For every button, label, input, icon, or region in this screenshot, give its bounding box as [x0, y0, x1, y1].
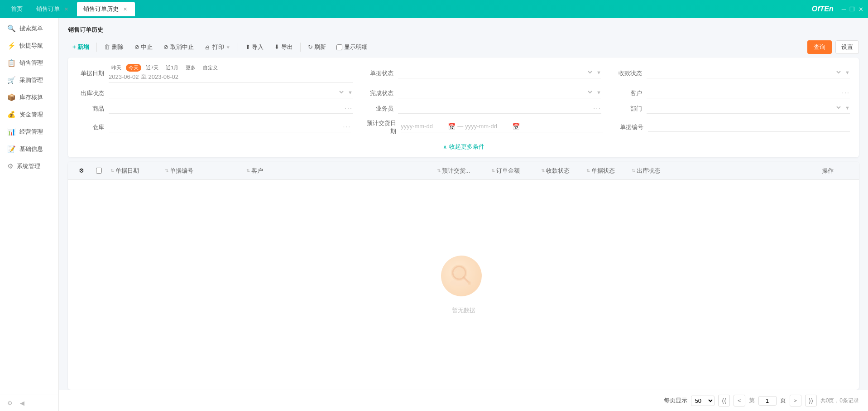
sidebar-item-basic[interactable]: 📝 基础信息: [0, 140, 58, 158]
collapse-row[interactable]: ∧ 收起更多条件: [77, 141, 850, 151]
th-settings[interactable]: ⚙: [72, 167, 91, 174]
warehouse-more-icon[interactable]: ···: [343, 123, 351, 130]
product-more-icon[interactable]: ···: [345, 104, 353, 111]
complete-dropdown-icon[interactable]: ▼: [596, 90, 601, 95]
inventory-icon: 📦: [7, 93, 16, 102]
sort-expected-icon[interactable]: ⇅: [437, 168, 441, 173]
settings-button[interactable]: 设置: [835, 40, 859, 54]
dept-select[interactable]: [647, 104, 842, 111]
content-area: 销售订单历史 + 新增 🗑 删除 ⊘ 中止 ⊘ 取消中止 🖨 打印 ▼: [59, 18, 868, 411]
table-settings-icon[interactable]: ⚙: [79, 167, 84, 174]
print-button[interactable]: 🖨 打印 ▼: [200, 41, 235, 53]
customer-input[interactable]: [647, 89, 839, 96]
payment-select[interactable]: [647, 68, 842, 76]
toolbar-sep1: [96, 43, 97, 52]
min-btn[interactable]: ─: [842, 6, 846, 13]
date-custom-btn[interactable]: 自定义: [200, 64, 221, 72]
delete-button[interactable]: 🗑 删除: [100, 41, 128, 53]
sort-amount-icon[interactable]: ⇅: [491, 168, 495, 173]
sidebar-item-system[interactable]: ⚙ 系统管理: [0, 158, 58, 175]
tab-sales-order-history[interactable]: 销售订单历史 ✕: [77, 2, 135, 16]
date-1month-btn[interactable]: 近1月: [163, 64, 181, 72]
date-7days-btn[interactable]: 近7天: [143, 64, 161, 72]
cancel-stop-button[interactable]: ⊘ 取消中止: [159, 41, 198, 53]
sort-outbound-icon[interactable]: ⇅: [632, 168, 635, 173]
refresh-button[interactable]: ↻ 刷新: [303, 41, 331, 53]
calendar-from-icon[interactable]: 📅: [448, 123, 456, 130]
date-more-btn[interactable]: 更多: [183, 64, 198, 72]
complete-label: 完成状态: [366, 89, 398, 97]
date-yesterday-btn[interactable]: 昨天: [109, 64, 124, 72]
docno-input[interactable]: [648, 123, 850, 130]
select-all-checkbox[interactable]: [96, 168, 102, 174]
table-header: ⚙ ⇅ 单据日期 ⇅ 单据编号 ⇅ 客户 ⇅: [68, 162, 859, 180]
sort-customer-icon[interactable]: ⇅: [246, 168, 250, 173]
last-page-btn[interactable]: ⟩⟩: [805, 395, 817, 406]
sort-date-icon[interactable]: ⇅: [110, 168, 114, 173]
expected-date-from[interactable]: [401, 123, 446, 130]
sidebar-item-quicknav[interactable]: ⚡ 快捷导航: [0, 37, 58, 54]
sidebar-item-operation[interactable]: 📊 经营管理: [0, 123, 58, 140]
salesperson-input[interactable]: [398, 104, 590, 111]
expected-date-field: 📅 — 📅: [401, 123, 603, 132]
product-input[interactable]: [109, 104, 342, 111]
page-header: 销售订单历史: [59, 18, 868, 39]
customer-label: 客户: [615, 89, 647, 97]
toolbar: + 新增 🗑 删除 ⊘ 中止 ⊘ 取消中止 🖨 打印 ▼ ⬆ 导入 ⬇ 导出: [59, 39, 868, 58]
th-date: ⇅ 单据日期: [107, 167, 161, 175]
sidebar-collapse-icon[interactable]: ◀: [20, 400, 24, 406]
restore-btn[interactable]: ❐: [849, 6, 855, 13]
per-page-select[interactable]: 50 100 200: [691, 396, 715, 406]
customer-more-icon[interactable]: ···: [842, 89, 850, 96]
dept-dropdown-icon[interactable]: ▼: [845, 105, 850, 111]
tab-sales-order[interactable]: 销售订单 ✕: [30, 2, 76, 16]
query-button[interactable]: 查询: [807, 40, 832, 54]
date-today-btn[interactable]: 今天: [126, 64, 141, 72]
sidebar-item-search[interactable]: 🔍 搜索菜单: [0, 20, 58, 37]
salesperson-more-icon[interactable]: ···: [593, 104, 601, 111]
first-page-btn[interactable]: ⟨⟨: [718, 395, 730, 406]
prev-page-btn[interactable]: ＜: [734, 395, 745, 406]
sort-payment-icon[interactable]: ⇅: [541, 168, 545, 173]
close-btn[interactable]: ✕: [858, 6, 863, 13]
payment-label: 收款状态: [615, 69, 647, 77]
expected-date-to[interactable]: [465, 123, 510, 130]
next-page-btn[interactable]: ＞: [790, 395, 801, 406]
sidebar-settings-icon[interactable]: ⚙: [7, 400, 13, 406]
sort-docstatus-icon[interactable]: ⇅: [586, 168, 590, 173]
date-label: 单据日期: [77, 69, 109, 77]
sidebar-item-purchase[interactable]: 🛒 采购管理: [0, 72, 58, 89]
import-button[interactable]: ⬆ 导入: [241, 41, 269, 53]
dept-label: 部门: [615, 105, 647, 113]
empty-state: 暂无数据: [68, 180, 859, 390]
calendar-to-icon[interactable]: 📅: [512, 123, 520, 130]
new-button[interactable]: + 新增: [68, 41, 94, 53]
display-detail-checkbox[interactable]: [336, 44, 342, 50]
close-history-tab[interactable]: ✕: [121, 5, 129, 13]
complete-select[interactable]: [398, 88, 594, 96]
outbound-select[interactable]: [109, 88, 345, 96]
tab-home[interactable]: 首页: [5, 2, 29, 16]
dept-field: ▼: [647, 104, 850, 114]
docno-label: 单据编号: [616, 123, 648, 131]
sort-docno-icon[interactable]: ⇅: [165, 168, 168, 173]
sidebar-item-finance[interactable]: 💰 资金管理: [0, 106, 58, 123]
status-select[interactable]: [398, 68, 594, 76]
stop-button[interactable]: ⊘ 中止: [130, 41, 158, 53]
payment-field: ▼: [647, 68, 850, 78]
outbound-dropdown-icon[interactable]: ▼: [348, 90, 353, 95]
sidebar-item-sales[interactable]: 📋 销售管理: [0, 54, 58, 72]
export-button[interactable]: ⬇ 导出: [270, 41, 297, 53]
th-checkbox[interactable]: [91, 168, 107, 174]
filter-area: 单据日期 昨天 今天 近7天 近1月 更多 自定义 2023-06-02 至 2…: [68, 58, 859, 157]
close-sales-order-tab[interactable]: ✕: [62, 5, 70, 13]
payment-dropdown-icon[interactable]: ▼: [845, 70, 850, 75]
warehouse-input[interactable]: [109, 123, 340, 130]
outbound-label: 出库状态: [77, 89, 109, 97]
status-dropdown-icon[interactable]: ▼: [596, 70, 601, 75]
topbar-right: OfTEn ─ ❐ ✕: [812, 5, 863, 13]
display-toggle: 显示明细: [336, 43, 368, 51]
page-number-input[interactable]: [758, 396, 777, 406]
sidebar-item-inventory[interactable]: 📦 库存核算: [0, 89, 58, 106]
docno-field: [648, 123, 850, 132]
